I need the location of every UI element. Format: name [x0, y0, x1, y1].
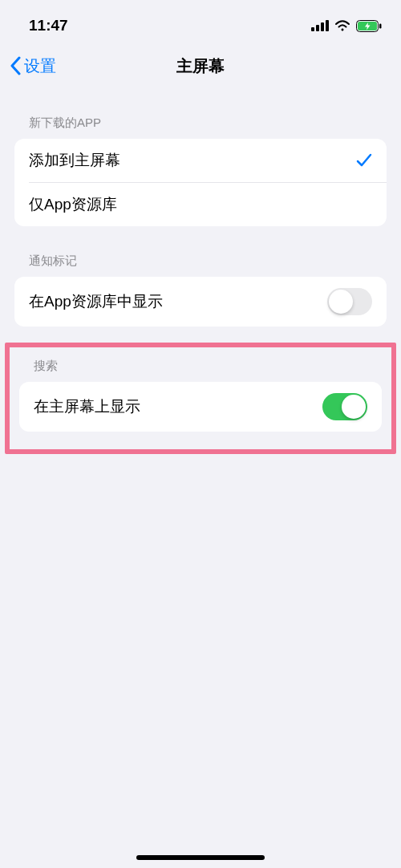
section-body-new-apps: 添加到主屏幕 仅App资源库 [14, 139, 387, 226]
row-label: 添加到主屏幕 [29, 150, 120, 171]
section-body-search: 在主屏幕上显示 [19, 382, 382, 432]
section-search: 搜索 在主屏幕上显示 [10, 359, 391, 432]
toggle-show-in-library[interactable] [327, 288, 372, 315]
row-show-on-home: 在主屏幕上显示 [19, 382, 382, 432]
section-header-search: 搜索 [10, 359, 391, 382]
toggle-knob [329, 290, 353, 314]
section-body-badges: 在App资源库中显示 [14, 277, 387, 327]
row-label: 在主屏幕上显示 [34, 396, 140, 417]
row-show-in-library: 在App资源库中显示 [14, 277, 387, 327]
toggle-knob [342, 395, 366, 419]
cellular-icon [311, 20, 329, 31]
highlight-box: 搜索 在主屏幕上显示 [5, 343, 396, 454]
section-new-apps: 新下载的APP 添加到主屏幕 仅App资源库 [0, 116, 401, 226]
status-bar: 11:47 [0, 0, 401, 43]
checkmark-icon [356, 152, 372, 168]
section-header-new-apps: 新下载的APP [0, 116, 401, 139]
svg-rect-0 [311, 27, 314, 31]
status-time: 11:47 [29, 17, 68, 34]
toggle-show-on-home[interactable] [322, 393, 367, 420]
back-label: 设置 [24, 55, 56, 77]
status-icons [311, 20, 382, 32]
svg-rect-1 [316, 25, 319, 31]
wifi-icon [334, 20, 350, 31]
svg-rect-3 [326, 20, 329, 31]
svg-rect-6 [379, 23, 382, 28]
battery-icon [356, 20, 382, 32]
page-title: 主屏幕 [176, 55, 225, 77]
row-add-to-home[interactable]: 添加到主屏幕 [14, 139, 387, 182]
home-indicator[interactable] [136, 855, 265, 860]
section-header-badges: 通知标记 [0, 254, 401, 277]
section-badges: 通知标记 在App资源库中显示 [0, 254, 401, 327]
row-app-library-only[interactable]: 仅App资源库 [14, 183, 387, 226]
svg-rect-2 [321, 22, 324, 31]
row-label: 仅App资源库 [29, 194, 117, 215]
back-button[interactable]: 设置 [10, 55, 56, 77]
chevron-left-icon [10, 56, 21, 75]
navigation-bar: 设置 主屏幕 [0, 43, 401, 88]
row-label: 在App资源库中显示 [29, 291, 163, 312]
